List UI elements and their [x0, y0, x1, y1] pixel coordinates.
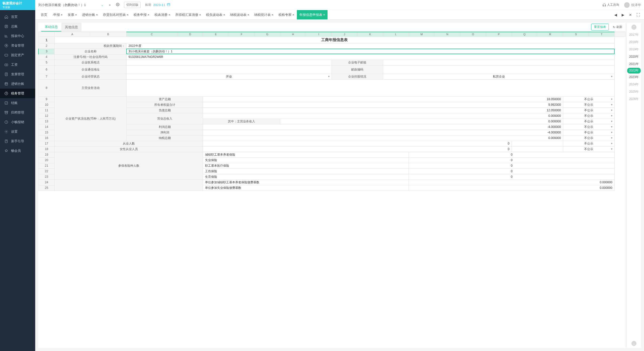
- row-head[interactable]: 7: [38, 74, 55, 79]
- year-option[interactable]: 2021年: [629, 60, 639, 68]
- period-value[interactable]: 2023-11: [153, 3, 165, 7]
- nav-item-invoice[interactable]: 发票管理: [0, 69, 35, 79]
- col-head[interactable]: M: [409, 32, 434, 37]
- close-icon[interactable]: ×: [61, 13, 63, 17]
- subtab-other-info[interactable]: 其他信息: [61, 23, 82, 31]
- close-icon[interactable]: ×: [272, 13, 273, 17]
- col-head[interactable]: J: [332, 32, 357, 37]
- refresh-button[interactable]: ↻ 刷新: [613, 25, 622, 29]
- row-head[interactable]: 15: [38, 130, 55, 135]
- spreadsheet[interactable]: ABCDEFGHIJKLMNOPQRST1工商年报信息表2税款所属期间：2022…: [38, 32, 625, 344]
- row-head[interactable]: 6: [38, 65, 55, 74]
- user-menu[interactable]: 徐泽华: [624, 2, 641, 8]
- year-option[interactable]: 2023年: [629, 74, 639, 81]
- tab[interactable]: 所得税汇算清缴×: [173, 10, 204, 19]
- col-head[interactable]: G: [254, 32, 280, 37]
- col-head[interactable]: R: [537, 32, 563, 37]
- close-icon[interactable]: ×: [223, 13, 225, 17]
- row-head[interactable]: 17: [38, 141, 55, 146]
- tabs-prev-button[interactable]: ◀: [613, 13, 618, 17]
- col-head[interactable]: Q: [512, 32, 537, 37]
- row-head[interactable]: 20: [38, 157, 55, 163]
- account-settings-button[interactable]: [116, 3, 119, 7]
- year-option[interactable]: 2017年: [629, 31, 639, 39]
- col-head[interactable]: L: [383, 32, 409, 37]
- tab[interactable]: 进销台账×: [79, 10, 100, 19]
- row-head[interactable]: 1: [38, 37, 55, 43]
- col-head[interactable]: S: [563, 32, 589, 37]
- tab[interactable]: 发票×: [65, 10, 79, 19]
- nav-item-expense[interactable]: 小畅报销: [0, 117, 35, 127]
- year-option[interactable]: 2024年: [629, 81, 639, 88]
- col-head[interactable]: A: [55, 32, 90, 37]
- tab[interactable]: 纳税波动表×: [228, 10, 252, 19]
- close-icon[interactable]: ×: [75, 13, 77, 17]
- close-icon[interactable]: ×: [169, 13, 170, 17]
- tab[interactable]: ·申报×: [50, 10, 65, 19]
- period-value-cell[interactable]: 2022年度: [126, 43, 614, 49]
- row-head[interactable]: 14: [38, 124, 55, 130]
- calendar-icon[interactable]: [167, 3, 170, 7]
- status-select[interactable]: 开业: [126, 74, 332, 79]
- tab[interactable]: 年报信息申报表×: [297, 10, 328, 19]
- col-head[interactable]: P: [486, 32, 511, 37]
- col-head[interactable]: E: [203, 32, 229, 37]
- tab[interactable]: 首页: [38, 10, 50, 19]
- row-head[interactable]: 16: [38, 135, 55, 141]
- nav-item-close[interactable]: 结账: [0, 98, 35, 108]
- row-head[interactable]: 23: [38, 174, 55, 180]
- tab[interactable]: 税检专家×: [276, 10, 297, 19]
- row-head[interactable]: 5: [38, 60, 55, 65]
- year-scroll-down-button[interactable]: ⌄: [631, 341, 636, 346]
- nav-item-stock[interactable]: 进销台账: [0, 79, 35, 89]
- year-option[interactable]: 2020年: [629, 53, 639, 60]
- row-head[interactable]: 21: [38, 163, 55, 168]
- col-head[interactable]: K: [357, 32, 383, 37]
- close-icon[interactable]: ×: [293, 13, 294, 17]
- nav-item-salary[interactable]: 工资: [0, 60, 35, 69]
- tab[interactable]: 税务申报×: [131, 10, 152, 19]
- year-option[interactable]: 2022年: [627, 68, 641, 74]
- publish-select[interactable]: 不公示: [563, 96, 614, 102]
- year-scroll-up-button[interactable]: ⌃: [631, 25, 636, 30]
- row-head[interactable]: 10: [38, 102, 55, 108]
- row-head[interactable]: 8: [38, 79, 55, 96]
- row-head[interactable]: 4: [38, 54, 55, 60]
- nav-item-report[interactable]: 报表中心: [0, 31, 35, 41]
- subtab-basic-info[interactable]: 基础信息: [41, 23, 61, 31]
- close-icon[interactable]: ×: [323, 13, 325, 17]
- nav-item-gear[interactable]: 设置: [0, 127, 35, 136]
- row-head[interactable]: 3: [38, 49, 55, 54]
- reset-report-button[interactable]: 重置报表: [591, 24, 609, 30]
- tab[interactable]: 纳税统计表×: [252, 10, 276, 19]
- horizontal-scrollbar[interactable]: [38, 344, 625, 348]
- close-icon[interactable]: ×: [148, 13, 149, 17]
- col-head[interactable]: T: [589, 32, 614, 37]
- row-head[interactable]: 25: [38, 185, 55, 191]
- year-option[interactable]: 2026年: [629, 95, 639, 103]
- switch-old-version-button[interactable]: 切到旧版: [124, 2, 141, 8]
- close-icon[interactable]: ×: [96, 13, 98, 17]
- add-account-button[interactable]: ＋: [108, 3, 111, 7]
- row-head[interactable]: 24: [38, 180, 55, 185]
- col-head[interactable]: C: [126, 32, 177, 37]
- nav-item-guide[interactable]: 新手引导: [0, 136, 35, 146]
- nav-item-ledger[interactable]: 总账: [0, 22, 35, 31]
- nav-item-fund[interactable]: 资金管理: [0, 41, 35, 50]
- close-icon[interactable]: ×: [199, 13, 201, 17]
- row-head[interactable]: 2: [38, 43, 55, 49]
- row-head[interactable]: 22: [38, 168, 55, 174]
- col-head[interactable]: F: [229, 32, 254, 37]
- col-head[interactable]: H: [280, 32, 306, 37]
- holding-select[interactable]: 私营企业: [383, 74, 615, 79]
- year-option[interactable]: 2025年: [629, 88, 639, 95]
- tab[interactable]: 存货别名对照表×: [100, 10, 131, 19]
- nav-item-tax[interactable]: 税务管理: [0, 89, 35, 98]
- row-head[interactable]: 12: [38, 113, 55, 119]
- consult-button[interactable]: 人工咨询: [602, 3, 619, 7]
- company-value-cell[interactable]: 刘小艳演示账套（勿删勿动！）1: [126, 49, 614, 54]
- row-head[interactable]: 9: [38, 96, 55, 102]
- tab[interactable]: 税负波动表×: [204, 10, 228, 19]
- nav-item-home[interactable]: 首页: [0, 12, 35, 22]
- col-head[interactable]: D: [177, 32, 203, 37]
